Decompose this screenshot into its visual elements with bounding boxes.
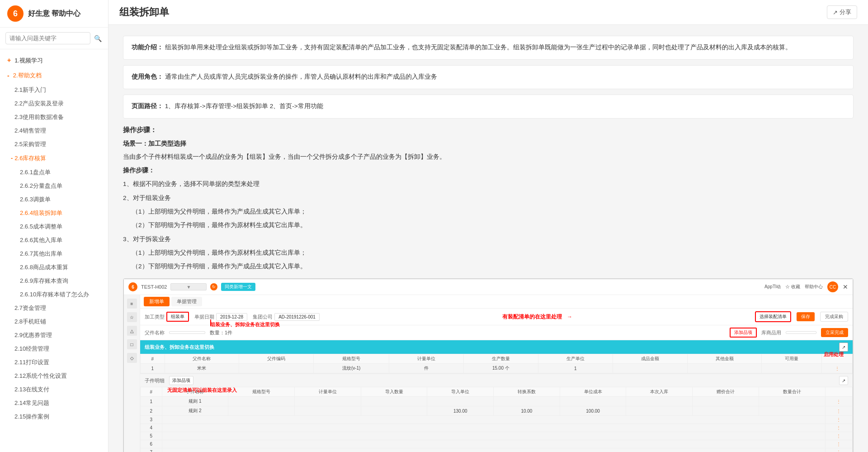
sidebar-item-inv266[interactable]: 2.6.6其他入库单	[0, 233, 108, 247]
sidebar-item-mobile[interactable]: 2.8手机旺铺	[0, 315, 108, 328]
app-teal-bar-label: 组装业务、拆卸业务在这里切换	[145, 344, 214, 351]
sidebar-item-inv269[interactable]: 2.6.9库存账本查询	[0, 274, 108, 288]
sidebar-item-inv262[interactable]: 2.6.2分量盘点单	[0, 179, 108, 193]
app-tab-manage[interactable]: 单据管理	[171, 297, 202, 306]
app-dropdown[interactable]: ▼	[170, 283, 207, 290]
search-input[interactable]	[5, 32, 90, 44]
sidebar-item-purchase[interactable]: 2.5采购管理	[0, 138, 108, 151]
app-close[interactable]: ✕	[843, 283, 848, 290]
app-lth-import-qty: 导入数量	[361, 387, 427, 397]
sidebar-item-inventory[interactable]: - 2.6库存核算	[0, 151, 108, 166]
sidebar-item-inv265[interactable]: 2.6.5成本调整单	[0, 220, 108, 233]
app-refresh[interactable]: ↻	[210, 283, 217, 290]
sidebar-item-inv2610[interactable]: 2.6.10库存账本错了怎么办	[0, 288, 108, 301]
app-lcell-unitcost1	[560, 397, 626, 406]
app-lower-row2: 2 规则 2 130.00 10.00 100.00	[141, 406, 853, 416]
app-field-group-value[interactable]: AD-20191226-001	[274, 313, 320, 321]
app-side-icon4[interactable]: □	[127, 339, 137, 349]
app-lcell-gifttotal1	[693, 397, 759, 406]
app-tabs-bar: 新增单 单据管理	[140, 295, 853, 309]
sidebar-item-install[interactable]: 2.2产品安装及登录	[0, 97, 108, 110]
sidebar-item-sysconfig[interactable]: 2.12系统个性化设置	[0, 369, 108, 383]
app-th-other-amount: 其他金额	[687, 354, 762, 364]
app-lcell-act7[interactable]: ⋮	[825, 448, 853, 452]
app-lower-row1: 1 规则 1	[141, 397, 853, 406]
app-th-spec: 规格型号	[314, 354, 389, 364]
app-side-icon5[interactable]: ◇	[127, 353, 137, 363]
sidebar-item-inv267[interactable]: 2.6.7其他出库单	[0, 247, 108, 261]
app-th-parent-code: 父件编码	[239, 354, 314, 364]
app-field-group: 集团公司 AD-20191226-001	[253, 313, 320, 321]
app-side-icon2[interactable]: ☆	[127, 312, 137, 322]
app-lcell-act1[interactable]: ⋮	[825, 397, 853, 406]
sidebar: 6 好生意 帮助中心 🔍 + 1.视频学习 - 2.帮助文档 2.1新手入门 2…	[0, 0, 108, 452]
app-lcell-act6[interactable]: ⋮	[825, 440, 853, 448]
app-new-doc-btn[interactable]: 同类新增一文	[221, 283, 255, 291]
app-lcell-importqty1	[361, 397, 427, 406]
app-lcell-act2[interactable]: ⋮	[825, 406, 853, 416]
sidebar-item-new[interactable]: 2.1新手入门	[0, 83, 108, 97]
app-warehouse-input[interactable]	[786, 331, 816, 334]
app-lth-unit: 计量单位	[295, 387, 361, 397]
app-lcell-act5[interactable]: ⋮	[825, 432, 853, 440]
app-teal-btn[interactable]: ↗	[839, 343, 848, 352]
app-child-add-btn[interactable]: 添加品项	[169, 376, 193, 385]
app-teal-bar: 组装业务、拆卸业务在这里切换 启用处理 ↗	[140, 340, 853, 354]
app-menu-setting[interactable]: ☆ 收藏	[785, 284, 800, 290]
sidebar-item-manage[interactable]: 2.10经营管理	[0, 342, 108, 356]
step1: 1、根据不同的业务，选择不同单据的类型来处理	[123, 179, 854, 190]
app-lcell-empty5	[162, 432, 825, 440]
app-cell-act1[interactable]: ⋮	[822, 364, 853, 373]
expand-icon-inventory: -	[11, 154, 13, 162]
app-lcell-act4[interactable]: ⋮	[825, 424, 853, 432]
app-lcell-spec2	[228, 406, 295, 416]
sidebar-item-sales[interactable]: 2.4销售管理	[0, 124, 108, 138]
sidebar-item-video[interactable]: + 1.视频学习	[0, 53, 108, 68]
sidebar-item-faq[interactable]: 2.14常见问题	[0, 396, 108, 410]
app-warehouse-label: 库商品用	[761, 329, 781, 336]
app-lth-gift-total: 赠价合计	[693, 387, 759, 397]
app-th-prod-unit: 生产单位	[538, 354, 613, 364]
app-lcell-empty6	[162, 440, 825, 448]
sidebar-item-inv268[interactable]: 2.6.8商品成本重算	[0, 261, 108, 274]
app-select-bom-btn[interactable]: 选择装配清单	[755, 311, 791, 322]
app-cell-pname1: 米米	[165, 364, 239, 373]
app-lower-table-wrap: # 子件名称 规格型号 计量单位 导入数量 导入单位 转换系数 单位成本 本次入	[140, 387, 853, 452]
app-tab-new[interactable]: 新增单	[144, 297, 170, 306]
sidebar-item-finance[interactable]: 2.7资金管理	[0, 301, 108, 315]
app-menu-help[interactable]: 帮助中心	[805, 284, 823, 290]
app-field-date-value[interactable]: 2019-12-28	[216, 313, 247, 321]
app-confirm-btn[interactable]: 立采完成	[821, 328, 848, 337]
app-lcell-empty4	[162, 424, 825, 432]
expand-icon-docs: -	[7, 71, 9, 81]
app-lower-btn1[interactable]: ↗	[839, 376, 848, 385]
app-field-type-label: 加工类型	[145, 314, 165, 320]
sidebar-item-docs[interactable]: - 2.帮助文档	[0, 68, 108, 84]
sidebar-item-payment[interactable]: 2.13在线支付	[0, 383, 108, 396]
sidebar-item-data[interactable]: 2.3使用前数据准备	[0, 110, 108, 124]
app-lcell-num2: 2	[141, 406, 162, 416]
app-side-icon1[interactable]: ≡	[127, 299, 137, 309]
sidebar-item-cases[interactable]: 2.15操作案例	[0, 410, 108, 423]
app-save-btn[interactable]: 保存	[797, 312, 815, 321]
step2-2: （2）下部明细为子件明细，最终作为原材料生成其它出库单。	[123, 220, 854, 231]
sidebar-item-inventory-label: 2.6库存核算	[14, 154, 46, 162]
app-lcell-act3[interactable]: ⋮	[825, 416, 853, 424]
search-button[interactable]: 🔍	[93, 34, 103, 43]
share-button[interactable]: ↗ 分享	[827, 5, 857, 19]
app-side-icon3[interactable]: △	[127, 326, 137, 336]
app-parent-name-input[interactable]	[169, 331, 205, 334]
role-text: 使用角色： 通常由生产人员或库管人员完成拆装业务的操作，库管人员确认原材料的出库…	[132, 72, 845, 82]
sidebar-item-inv261[interactable]: 2.6.1盘点单	[0, 166, 108, 179]
sidebar-item-coupon[interactable]: 2.9优惠券管理	[0, 328, 108, 342]
app-menu-apptl[interactable]: AppTl动	[764, 284, 781, 290]
path-text: 页面路径： 1、库存核算->库存管理->组装拆卸单 2、首页->常用功能	[132, 101, 845, 112]
app-finish-btn[interactable]: 完成采购	[820, 312, 848, 322]
sidebar-item-print[interactable]: 2.11打印设置	[0, 356, 108, 369]
app-user-avatar[interactable]: CC	[827, 281, 838, 292]
app-add-item-btn[interactable]: 添加品项	[730, 328, 757, 338]
app-lower-actions: ↗	[839, 376, 848, 385]
sidebar-item-inv263[interactable]: 2.6.3调拨单	[0, 193, 108, 206]
app-field-type-value[interactable]: 组装单	[166, 312, 189, 322]
sidebar-item-inv264[interactable]: 2.6.4组装拆卸单	[0, 206, 108, 220]
